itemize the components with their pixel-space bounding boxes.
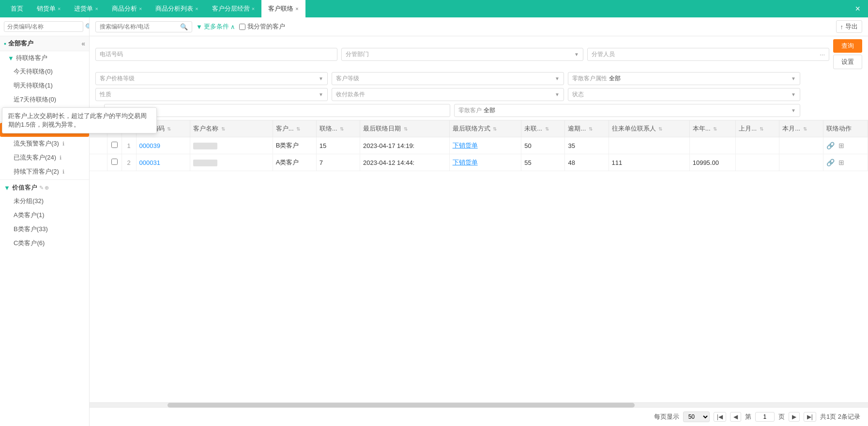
pending-contact-group[interactable]: ▼ 待联络客户 — [0, 51, 89, 65]
nav-customer-segmentation[interactable]: 客户分层经营 × — [205, 0, 261, 17]
sidebar-item-churn-warning[interactable]: 流失预警客户(3) ℹ — [0, 137, 89, 151]
row1-more-icon[interactable]: ⊞ — [838, 142, 844, 149]
sidebar-item-declining[interactable]: 持续下滑客户(2) ℹ — [0, 165, 89, 179]
row1-select-checkbox[interactable] — [111, 142, 118, 148]
status-field[interactable]: 状态 ▼ — [568, 88, 800, 101]
row2-last-method[interactable]: 下销货单 — [449, 154, 521, 171]
close-window-button[interactable]: × — [851, 4, 864, 14]
search-icon[interactable]: 🔍 — [180, 23, 188, 30]
gender-arrow: ▼ — [319, 92, 323, 97]
scrollbar-thumb[interactable] — [168, 403, 635, 408]
row2-this-month — [779, 154, 823, 171]
contact-count-sort-icon[interactable]: ⇅ — [340, 126, 344, 132]
overdue-sort-icon[interactable]: ⇅ — [589, 126, 593, 132]
sidebar-item-class-b[interactable]: B类客户(33) — [0, 222, 89, 236]
row1-last-method[interactable]: 下销货单 — [449, 137, 521, 154]
phone-field[interactable]: 电话号码 — [95, 48, 337, 61]
retail-attr-field[interactable]: 零散客户属性 全部 ▼ — [568, 72, 800, 85]
table-row: 1 000039 B类客户 15 2023-04-17 14:19: 下销货单 … — [90, 137, 868, 154]
price-grade-field[interactable]: 客户价格等级 ▼ — [95, 72, 328, 85]
sidebar-item-today[interactable]: 今天待联络(0) — [0, 65, 89, 79]
close-purchase-order[interactable]: × — [95, 6, 98, 12]
prev-page-btn[interactable]: ◀ — [730, 412, 741, 422]
value-triangle-icon: ▼ — [4, 184, 10, 191]
info-icon-churned: ℹ — [60, 155, 61, 161]
contacts-sort-icon[interactable]: ⇅ — [658, 126, 662, 132]
row1-no-contact: 50 — [521, 137, 565, 154]
edit-icon[interactable]: ✎ — [39, 185, 44, 191]
query-button[interactable]: 查询 — [833, 39, 862, 53]
name-col-header: 客户名称 ⇅ — [190, 120, 273, 137]
sidebar-search-icon[interactable]: 🔍 — [85, 23, 90, 30]
gender-field[interactable]: 性质 ▼ — [95, 88, 328, 101]
sidebar-item-class-c[interactable]: C类客户(6) — [0, 236, 89, 250]
chevron-up-icon: ∧ — [230, 23, 235, 30]
export-button[interactable]: ↑ 导出 — [836, 20, 863, 33]
this-year-sort-icon[interactable]: ⇅ — [713, 126, 717, 132]
settings-button[interactable]: 设置 — [833, 55, 862, 69]
this-month-sort-icon[interactable]: ⇅ — [803, 126, 807, 132]
manager-field[interactable]: 分管人员 ··· — [587, 48, 829, 61]
nav-sales-order[interactable]: 销货单 × — [30, 0, 67, 17]
customer-grade-field[interactable]: 客户等级 ▼ — [332, 72, 564, 85]
add-icon[interactable]: ⊕ — [45, 185, 49, 191]
row2-code[interactable]: 000031 — [136, 154, 190, 171]
sidebar-item-churned[interactable]: 已流失客户(24) ℹ — [0, 151, 89, 165]
nav-customer-contact[interactable]: 客户联络 × — [261, 0, 305, 17]
last-page-btn[interactable]: ▶| — [804, 412, 816, 422]
per-page-label: 每页显示 — [654, 412, 679, 421]
dept-field[interactable]: 分管部门 ▼ — [341, 48, 583, 61]
row2-select-checkbox[interactable] — [111, 159, 118, 165]
horizontal-scrollbar[interactable] — [90, 402, 868, 407]
nav-home[interactable]: 首页 — [4, 0, 30, 17]
close-sales-order[interactable]: × — [58, 6, 61, 12]
price-grade-arrow: ▼ — [319, 76, 323, 81]
last-month-sort-icon[interactable]: ⇅ — [760, 126, 763, 132]
next-page-btn[interactable]: ▶ — [789, 412, 800, 422]
row2-contact-icon[interactable]: 🔗 — [826, 159, 835, 166]
row1-contact-icon[interactable]: 🔗 — [826, 142, 835, 149]
my-customers-checkbox[interactable] — [239, 24, 245, 30]
payment-label: 收付款条件 — [336, 90, 365, 99]
per-page-select[interactable]: 50 100 200 — [683, 411, 710, 422]
sidebar-item-ungrouped[interactable]: 未分组(32) — [0, 194, 89, 208]
last-contact-method-sort-icon[interactable]: ⇅ — [493, 126, 497, 132]
status-arrow: ▼ — [791, 92, 796, 97]
nav-product-analysis[interactable]: 商品分析 × — [105, 0, 149, 17]
sidebar-item-class-a[interactable]: A类客户(1) — [0, 208, 89, 222]
value-customers-group[interactable]: ▼ 价值客户 ✎ ⊕ — [0, 181, 89, 194]
sidebar-item-7days[interactable]: 近7天待联络(0) — [0, 93, 89, 107]
sidebar-item-tomorrow[interactable]: 明天待联络(1) — [0, 79, 89, 93]
name-sort-icon[interactable]: ⇅ — [221, 126, 225, 132]
code-sort-icon[interactable]: ⇅ — [167, 126, 171, 132]
sidebar-search-input[interactable] — [4, 21, 83, 32]
close-product-analysis[interactable]: × — [139, 6, 142, 12]
nav-product-analysis-list[interactable]: 商品分析列表 × — [149, 0, 205, 17]
all-customers-title[interactable]: ▪ 全部客户 « — [0, 36, 89, 51]
row1-code[interactable]: 000039 — [136, 137, 190, 154]
collapse-sidebar-btn[interactable]: « — [81, 40, 85, 47]
retail-attr-label: 零散客户属性 — [572, 74, 607, 83]
more-conditions-btn[interactable]: ▼ 更多条件 ∧ — [196, 22, 235, 31]
close-customer-contact[interactable]: × — [295, 6, 298, 12]
payment-field[interactable]: 收付款条件 ▼ — [332, 88, 564, 101]
page-input[interactable] — [755, 412, 775, 422]
info-icon-churn: ℹ — [62, 141, 64, 147]
search-input[interactable] — [100, 23, 180, 30]
last-contact-date-sort-icon[interactable]: ⇅ — [404, 126, 408, 132]
sidebar: 🔍 ▪ 全部客户 « ▼ 待联络客户 今天待联络(0) 明天待联络(1) 近7天… — [0, 17, 90, 426]
first-page-btn[interactable]: |◀ — [714, 412, 726, 422]
row2-more-icon[interactable]: ⊞ — [838, 159, 844, 166]
filter-action-buttons: 查询 设置 — [833, 39, 862, 69]
close-product-analysis-list[interactable]: × — [195, 6, 198, 12]
type-sort-icon[interactable]: ⇅ — [296, 126, 300, 132]
sidebar-search-area: 🔍 — [0, 17, 89, 36]
top-navigation: 首页 销货单 × 进货单 × 商品分析 × 商品分析列表 × 客户分层经营 × … — [0, 0, 868, 17]
row2-checkbox — [107, 154, 122, 171]
nav-purchase-order[interactable]: 进货单 × — [67, 0, 105, 17]
retail-customers-field[interactable]: 零散客户 全部 ▼ — [454, 104, 800, 117]
row2-settings — [90, 154, 107, 171]
close-customer-segmentation[interactable]: × — [252, 6, 255, 12]
no-contact-sort-icon[interactable]: ⇅ — [545, 126, 549, 132]
action-col-header: 联络动作 — [823, 120, 868, 137]
